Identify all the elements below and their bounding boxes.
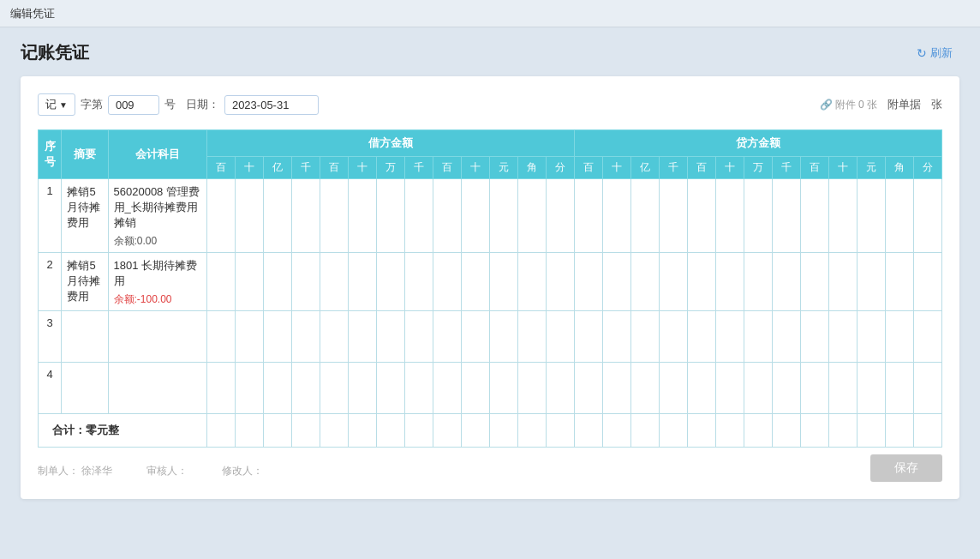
r3c1[interactable]	[574, 311, 602, 363]
date-input[interactable]	[224, 95, 319, 115]
r4c8[interactable]	[772, 363, 800, 414]
d2[interactable]	[235, 179, 263, 253]
r3d8[interactable]	[404, 311, 433, 363]
d13[interactable]	[546, 179, 574, 253]
c4[interactable]	[659, 179, 687, 253]
r3d3[interactable]	[263, 311, 291, 363]
d6[interactable]	[348, 179, 376, 253]
r3d12[interactable]	[517, 311, 546, 363]
c5[interactable]	[687, 179, 715, 253]
r4d12[interactable]	[517, 363, 546, 414]
summary-cell[interactable]: 摊销5月待摊费用	[62, 179, 108, 253]
r4d10[interactable]	[461, 363, 489, 414]
r3d9[interactable]	[433, 311, 461, 363]
r3c7[interactable]	[744, 311, 772, 363]
c3[interactable]	[630, 179, 659, 253]
r2d10[interactable]	[461, 253, 489, 311]
r2d12[interactable]	[517, 253, 546, 311]
attachment-link[interactable]: 🔗 附件 0 张	[820, 98, 877, 112]
r4d3[interactable]	[263, 363, 291, 414]
d10[interactable]	[461, 179, 489, 253]
r4d8[interactable]	[404, 363, 433, 414]
r3d1[interactable]	[206, 311, 235, 363]
r3c3[interactable]	[630, 311, 659, 363]
r2c13[interactable]	[913, 253, 941, 311]
r3c10[interactable]	[828, 311, 857, 363]
r2d9[interactable]	[433, 253, 461, 311]
r3c4[interactable]	[659, 311, 687, 363]
r4c1[interactable]	[574, 363, 602, 414]
number-input[interactable]	[108, 95, 159, 115]
r4d1[interactable]	[206, 363, 235, 414]
r2c8[interactable]	[772, 253, 800, 311]
d7[interactable]	[376, 179, 404, 253]
c2[interactable]	[602, 179, 630, 253]
r2c9[interactable]	[800, 253, 828, 311]
r3c12[interactable]	[885, 311, 913, 363]
r2d4[interactable]	[291, 253, 320, 311]
r4c6[interactable]	[715, 363, 744, 414]
r4c5[interactable]	[687, 363, 715, 414]
d8[interactable]	[404, 179, 433, 253]
r2c7[interactable]	[744, 253, 772, 311]
r2c2[interactable]	[602, 253, 630, 311]
r2c3[interactable]	[630, 253, 659, 311]
r4c7[interactable]	[744, 363, 772, 414]
r2c4[interactable]	[659, 253, 687, 311]
r2c10[interactable]	[828, 253, 857, 311]
save-button[interactable]: 保存	[870, 454, 942, 482]
r4d5[interactable]	[320, 363, 348, 414]
d9[interactable]	[433, 179, 461, 253]
r4d6[interactable]	[348, 363, 376, 414]
type-dropdown[interactable]: 记 ▼	[38, 93, 75, 116]
r2c12[interactable]	[885, 253, 913, 311]
d4[interactable]	[291, 179, 320, 253]
r4c9[interactable]	[800, 363, 828, 414]
account-cell[interactable]	[108, 363, 206, 414]
r4d9[interactable]	[433, 363, 461, 414]
r3c6[interactable]	[715, 311, 744, 363]
r3c13[interactable]	[913, 311, 941, 363]
r4c2[interactable]	[602, 363, 630, 414]
r4c11[interactable]	[857, 363, 885, 414]
d11[interactable]	[489, 179, 517, 253]
r2c5[interactable]	[687, 253, 715, 311]
r2d7[interactable]	[376, 253, 404, 311]
r3d10[interactable]	[461, 311, 489, 363]
r3d13[interactable]	[546, 311, 574, 363]
refresh-button[interactable]: ↻ 刷新	[910, 42, 959, 64]
d1[interactable]	[206, 179, 235, 253]
c8[interactable]	[772, 179, 800, 253]
c9[interactable]	[800, 179, 828, 253]
r3c2[interactable]	[602, 311, 630, 363]
r3d11[interactable]	[489, 311, 517, 363]
account-cell[interactable]	[108, 311, 206, 363]
r4c10[interactable]	[828, 363, 857, 414]
r4c4[interactable]	[659, 363, 687, 414]
r3d5[interactable]	[320, 311, 348, 363]
r3c9[interactable]	[800, 311, 828, 363]
summary-cell[interactable]	[62, 311, 108, 363]
r3d6[interactable]	[348, 311, 376, 363]
c11[interactable]	[857, 179, 885, 253]
r4d4[interactable]	[291, 363, 320, 414]
r4d7[interactable]	[376, 363, 404, 414]
r2d13[interactable]	[546, 253, 574, 311]
r2d1[interactable]	[206, 253, 235, 311]
r4d11[interactable]	[489, 363, 517, 414]
r3c8[interactable]	[772, 311, 800, 363]
r3c5[interactable]	[687, 311, 715, 363]
d12[interactable]	[517, 179, 546, 253]
account-cell[interactable]: 1801 长期待摊费用 余额:-100.00	[108, 253, 206, 311]
r2d5[interactable]	[320, 253, 348, 311]
c12[interactable]	[885, 179, 913, 253]
c1[interactable]	[574, 179, 602, 253]
r2d11[interactable]	[489, 253, 517, 311]
c6[interactable]	[715, 179, 744, 253]
r2d3[interactable]	[263, 253, 291, 311]
r4c12[interactable]	[885, 363, 913, 414]
r2d2[interactable]	[235, 253, 263, 311]
c13[interactable]	[913, 179, 941, 253]
r2c1[interactable]	[574, 253, 602, 311]
r3d2[interactable]	[235, 311, 263, 363]
